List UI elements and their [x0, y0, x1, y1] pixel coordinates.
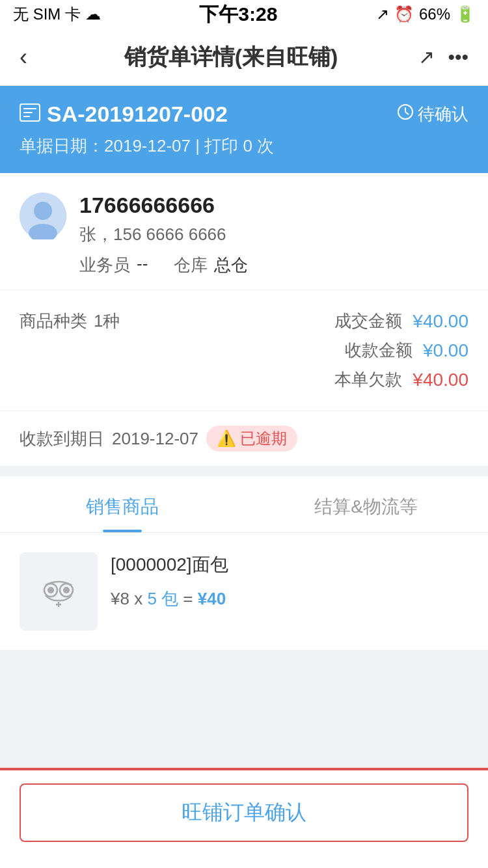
- balance-value: ¥40.00: [413, 370, 468, 390]
- order-header-top: SA-20191207-002 待确认: [20, 102, 468, 127]
- svg-line-6: [405, 112, 409, 115]
- tab-settlement[interactable]: 结算&物流等: [244, 476, 488, 532]
- overdue-badge: ⚠️ 已逾期: [206, 426, 297, 452]
- overdue-label: 已逾期: [240, 428, 287, 449]
- multiply-sign: x: [134, 589, 147, 608]
- status-bar: 无 SIM 卡 ☁ 下午3:28 ↗ ⏰ 66% 🔋: [0, 0, 488, 29]
- salesperson-item: 业务员 --: [79, 254, 148, 277]
- payment-label: 收款金额: [345, 339, 413, 362]
- customer-name: 张，156 6666 6666: [79, 223, 468, 246]
- product-type-value: 1种: [94, 310, 120, 332]
- product-type-label: 商品种类: [20, 310, 87, 332]
- customer-info: 17666666666 张，156 6666 6666 业务员 -- 仓库 总仓: [79, 193, 468, 277]
- tab-underline: [103, 530, 142, 532]
- order-header: SA-20191207-002 待确认 单据日期：2019-12-07 | 打印…: [0, 86, 488, 173]
- equals-sign: =: [183, 589, 197, 608]
- status-time: 下午3:28: [199, 1, 277, 28]
- product-image: [20, 552, 98, 631]
- product-type: 商品种类 1种: [20, 310, 120, 332]
- section-divider-1: [0, 466, 488, 476]
- warehouse-item: 仓库 总仓: [174, 254, 248, 277]
- nav-bar: ‹ 销货单详情(来自旺铺) ↗ •••: [0, 29, 488, 86]
- tabs-section: 销售商品 结算&物流等: [0, 476, 488, 533]
- page-title: 销货单详情(来自旺铺): [59, 42, 403, 72]
- clock-icon: [397, 103, 414, 125]
- battery-level: 66%: [419, 5, 450, 23]
- status-right: ↗ ⏰ 66% 🔋: [376, 5, 475, 23]
- warehouse-label: 仓库: [174, 254, 208, 277]
- tab-sales-products[interactable]: 销售商品: [0, 476, 244, 532]
- back-button[interactable]: ‹: [20, 44, 59, 71]
- payment-value: ¥0.00: [423, 340, 468, 361]
- balance-row: 本单欠款 ¥40.00: [334, 368, 468, 391]
- summary-section: 商品种类 1种 成交金额 ¥40.00 收款金额 ¥0.00 本单欠款 ¥40.…: [0, 290, 488, 411]
- customer-phone: 17666666666: [79, 193, 468, 218]
- order-id: SA-20191207-002: [20, 102, 228, 127]
- product-name: [0000002]面包: [111, 552, 468, 577]
- deal-amount-label: 成交金额: [334, 310, 402, 332]
- warning-icon: ⚠️: [217, 429, 236, 448]
- confirm-button[interactable]: 旺铺订单确认: [20, 783, 468, 842]
- product-price: ¥8 x 5 包 = ¥40: [111, 588, 468, 610]
- due-date-value: 2019-12-07: [112, 429, 198, 449]
- battery-icon: 🔋: [455, 5, 475, 23]
- location-icon: ↗: [376, 5, 389, 23]
- order-status: 待确认: [397, 103, 468, 126]
- product-unit: 包: [161, 589, 178, 608]
- product-section: [0000002]面包 ¥8 x 5 包 = ¥40: [0, 533, 488, 650]
- status-left: 无 SIM 卡 ☁: [13, 4, 101, 25]
- svg-point-12: [47, 587, 54, 593]
- balance-label: 本单欠款: [334, 368, 402, 391]
- avatar: [20, 193, 66, 239]
- nav-actions: ↗ •••: [403, 46, 468, 68]
- order-date: 单据日期：2019-12-07 | 打印 0 次: [20, 135, 468, 157]
- amount-summary: 成交金额 ¥40.00 收款金额 ¥0.00 本单欠款 ¥40.00: [334, 310, 468, 391]
- alarm-icon: ⏰: [394, 5, 414, 23]
- bottom-button-container: 旺铺订单确认: [0, 768, 488, 868]
- payment-row: 收款金额 ¥0.00: [345, 339, 468, 362]
- warehouse-value: 总仓: [214, 254, 248, 277]
- customer-section: 17666666666 张，156 6666 6666 业务员 -- 仓库 总仓: [0, 173, 488, 290]
- order-icon: [20, 102, 40, 127]
- product-total: ¥40: [198, 589, 226, 608]
- unit-price: ¥8: [111, 589, 129, 608]
- salesperson-label: 业务员: [79, 254, 130, 277]
- product-qty: 5: [147, 589, 156, 608]
- svg-point-8: [34, 202, 52, 220]
- deal-amount-value: ¥40.00: [413, 311, 468, 332]
- more-icon[interactable]: •••: [448, 46, 468, 68]
- share-icon[interactable]: ↗: [418, 46, 435, 68]
- svg-point-13: [63, 587, 70, 593]
- sim-status: 无 SIM 卡 ☁: [13, 4, 101, 25]
- salesperson-value: --: [137, 254, 148, 277]
- customer-meta: 业务员 -- 仓库 总仓: [79, 254, 468, 277]
- due-date-section: 收款到期日 2019-12-07 ⚠️ 已逾期: [0, 411, 488, 466]
- due-date-label: 收款到期日: [20, 427, 104, 450]
- deal-amount-row: 成交金额 ¥40.00: [334, 310, 468, 332]
- product-info: [0000002]面包 ¥8 x 5 包 = ¥40: [111, 552, 468, 610]
